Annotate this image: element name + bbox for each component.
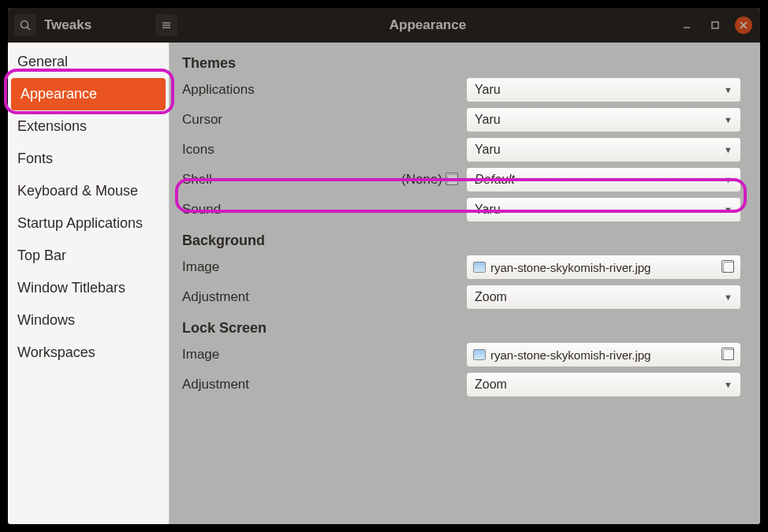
window-controls — [678, 17, 760, 34]
sidebar-item-window-titlebars[interactable]: Window Titlebars — [8, 272, 169, 304]
label-icons: Icons — [182, 142, 214, 158]
chevron-down-icon: ▼ — [724, 175, 733, 184]
combo-ls-adjustment-value: Zoom — [475, 378, 507, 392]
shell-extra: (None) — [401, 172, 458, 188]
body: General Appearance Extensions Fonts Keyb… — [8, 43, 760, 524]
close-button[interactable] — [735, 17, 752, 34]
shell-extra-text: (None) — [401, 172, 442, 188]
row-cursor: Cursor Yaru ▼ — [182, 105, 741, 135]
sidebar-item-fonts[interactable]: Fonts — [8, 143, 169, 175]
chevron-down-icon: ▼ — [724, 115, 733, 125]
sidebar: General Appearance Extensions Fonts Keyb… — [8, 43, 170, 524]
svg-rect-6 — [712, 22, 718, 28]
combo-sound-value: Yaru — [475, 203, 501, 217]
combo-shell[interactable]: Default ▼ — [466, 167, 741, 192]
search-button[interactable] — [14, 14, 36, 36]
image-icon — [473, 262, 486, 273]
hamburger-icon — [160, 19, 173, 32]
svg-line-1 — [28, 28, 31, 31]
combo-cursor[interactable]: Yaru ▼ — [466, 107, 741, 132]
sidebar-item-extensions[interactable]: Extensions — [8, 110, 169, 143]
label-sound: Sound — [182, 202, 221, 218]
app-name: Tweaks — [44, 17, 91, 33]
label-shell: Shell — [182, 172, 212, 188]
combo-bg-adjustment-value: Zoom — [475, 290, 507, 304]
sidebar-item-windows[interactable]: Windows — [8, 304, 169, 337]
file-ls-image[interactable]: ryan-stone-skykomish-river.jpg — [466, 342, 741, 367]
combo-shell-value: Default — [475, 173, 515, 187]
label-applications: Applications — [182, 82, 255, 98]
sidebar-item-workspaces[interactable]: Workspaces — [8, 337, 169, 369]
maximize-icon — [709, 19, 721, 32]
label-bg-adjustment: Adjustment — [182, 289, 249, 305]
browse-icon[interactable] — [447, 174, 458, 185]
sidebar-item-appearance[interactable]: Appearance — [11, 78, 166, 110]
file-ls-image-value: ryan-stone-skykomish-river.jpg — [490, 348, 651, 362]
hamburger-button[interactable] — [155, 14, 177, 36]
row-bg-adjustment: Adjustment Zoom ▼ — [182, 282, 741, 312]
chevron-down-icon: ▼ — [724, 145, 733, 154]
chevron-down-icon: ▼ — [724, 380, 733, 389]
titlebar-left: Tweaks — [8, 14, 170, 36]
row-ls-adjustment: Adjustment Zoom ▼ — [182, 370, 741, 400]
label-cursor: Cursor — [182, 112, 222, 128]
search-icon — [19, 19, 32, 32]
svg-point-0 — [21, 21, 28, 28]
file-bg-image[interactable]: ryan-stone-skykomish-river.jpg — [466, 255, 741, 280]
combo-cursor-value: Yaru — [475, 113, 501, 127]
label-ls-adjustment: Adjustment — [182, 377, 249, 392]
close-icon — [737, 19, 750, 32]
section-title-themes: Themes — [182, 55, 741, 72]
titlebar: Tweaks Appearance — [8, 8, 760, 43]
combo-sound[interactable]: Yaru ▼ — [466, 197, 741, 222]
sidebar-item-keyboard-mouse[interactable]: Keyboard & Mouse — [8, 175, 169, 207]
combo-icons[interactable]: Yaru ▼ — [466, 137, 741, 162]
sidebar-item-startup-applications[interactable]: Startup Applications — [8, 207, 169, 240]
combo-bg-adjustment[interactable]: Zoom ▼ — [466, 285, 741, 310]
minimize-button[interactable] — [678, 17, 695, 34]
browse-icon[interactable] — [723, 262, 734, 273]
minimize-icon — [680, 19, 693, 32]
chevron-down-icon: ▼ — [724, 85, 733, 95]
row-bg-image: Image ryan-stone-skykomish-river.jpg — [182, 252, 741, 282]
file-bg-image-value: ryan-stone-skykomish-river.jpg — [490, 261, 651, 274]
label-bg-image: Image — [182, 259, 219, 275]
content-pane: Themes Applications Yaru ▼ Cursor Yaru ▼ — [170, 43, 760, 524]
maximize-button[interactable] — [706, 17, 724, 34]
browse-icon[interactable] — [723, 349, 734, 360]
row-ls-image: Image ryan-stone-skykomish-river.jpg — [182, 340, 741, 370]
tweaks-window: Tweaks Appearance General Appearance Ext… — [8, 8, 760, 524]
row-sound: Sound Yaru ▼ — [182, 195, 741, 225]
image-icon — [473, 349, 486, 360]
row-icons: Icons Yaru ▼ — [182, 135, 741, 165]
chevron-down-icon: ▼ — [724, 205, 733, 214]
page-title: Appearance — [177, 17, 678, 33]
combo-applications[interactable]: Yaru ▼ — [466, 77, 741, 102]
label-ls-image: Image — [182, 347, 219, 363]
sidebar-item-top-bar[interactable]: Top Bar — [8, 240, 169, 272]
sidebar-item-general[interactable]: General — [8, 46, 169, 78]
combo-ls-adjustment[interactable]: Zoom ▼ — [466, 372, 741, 397]
section-title-lockscreen: Lock Screen — [182, 320, 741, 337]
row-applications: Applications Yaru ▼ — [182, 75, 741, 105]
chevron-down-icon: ▼ — [724, 292, 733, 302]
combo-applications-value: Yaru — [475, 83, 501, 97]
row-shell: Shell (None) Default ▼ — [182, 165, 741, 195]
combo-icons-value: Yaru — [475, 143, 501, 157]
section-title-background: Background — [182, 233, 741, 249]
